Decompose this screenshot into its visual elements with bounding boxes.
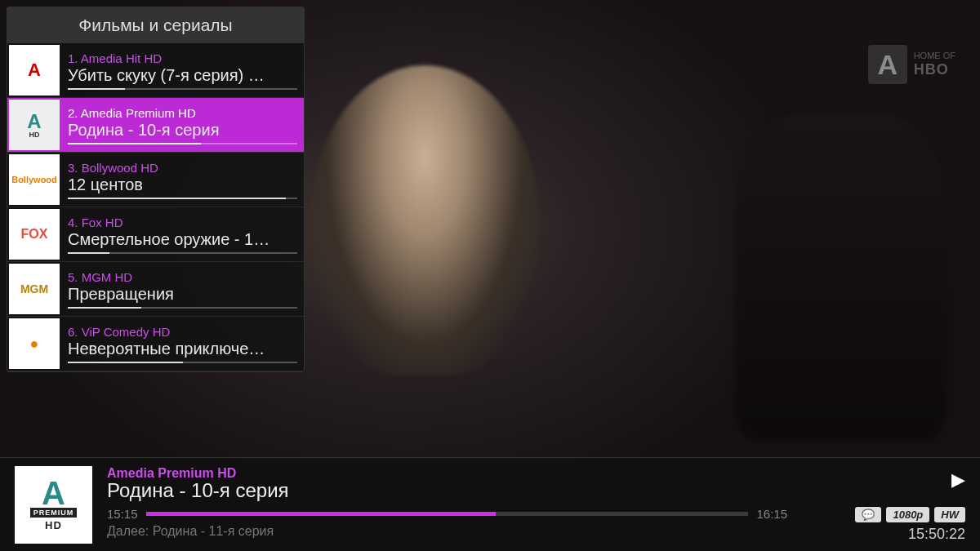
channel-name: 1. Amedia Hit HD	[68, 51, 297, 65]
channel-logo	[9, 154, 60, 205]
channel-progress	[68, 88, 297, 90]
now-playing-channel-logo: A PREMIUM HD	[15, 466, 92, 544]
program-start-time: 15:15	[107, 507, 138, 521]
watermark-logo: A	[868, 45, 907, 84]
channel-list-panel[interactable]: Фильмы и сериалы 1. Amedia Hit HDУбить с…	[7, 7, 305, 372]
channel-current-program: Превращения	[68, 285, 297, 304]
channel-name: 3. Bollywood HD	[68, 161, 297, 175]
channel-current-program: Родина - 10-я серия	[68, 121, 297, 140]
next-program: Далее: Родина - 11-я серия	[107, 524, 787, 539]
channel-logo	[9, 100, 60, 150]
channel-row[interactable]: 5. MGM HDПревращения	[7, 262, 304, 317]
channel-list-title: Фильмы и сериалы	[7, 7, 304, 43]
channel-name: 5. MGM HD	[68, 270, 297, 284]
channel-logo	[9, 264, 60, 314]
channel-row[interactable]: 2. Amedia Premium HDРодина - 10-я серия	[7, 98, 304, 153]
channel-logo	[9, 209, 60, 260]
clock: 15:50:22	[908, 526, 965, 543]
resolution-badge: 1080p	[886, 507, 929, 522]
channel-row[interactable]: 6. ViP Comedy HDНевероятные приключе…	[7, 317, 304, 371]
play-icon[interactable]: ▶	[951, 469, 965, 491]
channel-progress	[68, 362, 297, 363]
decoder-badge: HW	[934, 507, 965, 522]
channel-name: 2. Amedia Premium HD	[68, 106, 297, 120]
channel-progress	[68, 143, 297, 144]
channel-current-program: Смертельное оружие - 1…	[68, 230, 297, 249]
channel-progress	[68, 198, 297, 199]
channel-name: 4. Fox HD	[68, 216, 297, 229]
channel-row[interactable]: 4. Fox HDСмертельное оружие - 1…	[7, 207, 304, 262]
channel-row[interactable]: 3. Bollywood HD12 центов	[7, 153, 304, 207]
channel-name: 6. ViP Comedy HD	[68, 325, 297, 339]
watermark-text: HOME OF HBO	[914, 51, 956, 79]
now-playing-program: Родина - 10-я серия	[107, 479, 787, 502]
program-progress-bar[interactable]	[146, 512, 749, 516]
channel-progress	[68, 307, 297, 309]
subtitles-badge[interactable]	[855, 507, 881, 522]
now-playing-bar: A PREMIUM HD Amedia Premium HD Родина - …	[0, 457, 980, 551]
channel-watermark: A HOME OF HBO	[868, 45, 956, 84]
channel-logo	[9, 318, 60, 369]
program-end-time: 16:15	[756, 507, 787, 521]
channel-progress	[68, 252, 297, 254]
channel-current-program: Убить скуку (7-я серия) …	[68, 66, 297, 85]
channel-current-program: Невероятные приключе…	[68, 340, 297, 358]
channel-logo	[9, 45, 60, 96]
channel-current-program: 12 центов	[68, 176, 297, 194]
channel-row[interactable]: 1. Amedia Hit HDУбить скуку (7-я серия) …	[7, 43, 304, 98]
